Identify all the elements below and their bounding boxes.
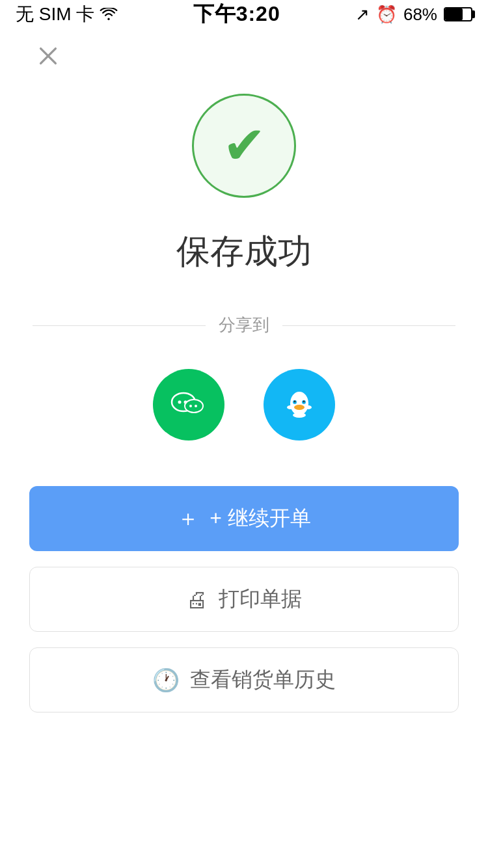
- share-label: 分享到: [206, 314, 282, 336]
- status-time: 下午3:20: [193, 0, 280, 29]
- wechat-share-button[interactable]: [153, 369, 224, 441]
- svg-point-17: [293, 413, 306, 418]
- battery-bar: [444, 7, 472, 21]
- history-button[interactable]: 🕐 查看销货单历史: [29, 647, 459, 712]
- close-button[interactable]: [29, 36, 68, 75]
- battery-fill: [445, 8, 463, 20]
- wifi-icon: [100, 8, 118, 21]
- svg-point-14: [294, 405, 305, 410]
- svg-point-8: [195, 405, 197, 407]
- no-sim-text: 无 SIM 卡: [16, 2, 94, 27]
- qq-share-button[interactable]: [264, 369, 335, 441]
- main-content: ✔ 保存成功 分享到: [0, 29, 488, 712]
- print-button[interactable]: 🖨 打印单据: [29, 567, 459, 632]
- alarm-icon: ⏰: [376, 5, 397, 25]
- svg-point-12: [294, 401, 296, 403]
- svg-point-13: [303, 401, 305, 403]
- success-circle: ✔: [192, 94, 296, 198]
- battery-text: 68%: [403, 5, 437, 25]
- success-title: 保存成功: [176, 229, 312, 275]
- print-icon: 🖨: [186, 587, 208, 612]
- qq-icon: [280, 385, 319, 424]
- share-icons: [153, 369, 335, 441]
- svg-point-9: [290, 392, 308, 415]
- svg-point-15: [287, 405, 293, 409]
- wechat-icon: [169, 385, 208, 424]
- action-buttons: ＋ + 继续开单 🖨 打印单据 🕐 查看销货单历史: [29, 486, 459, 712]
- share-section: 分享到: [0, 314, 488, 336]
- svg-point-16: [305, 405, 312, 409]
- status-bar: 无 SIM 卡 下午3:20 ↗ ⏰ 68%: [0, 0, 488, 29]
- location-icon: ↗: [355, 5, 370, 25]
- plus-icon: ＋: [177, 504, 199, 534]
- status-left: 无 SIM 卡: [16, 2, 118, 27]
- continue-label: + 继续开单: [210, 504, 311, 533]
- history-label: 查看销货单历史: [190, 666, 336, 694]
- continue-button[interactable]: ＋ + 继续开单: [29, 486, 459, 551]
- status-right: ↗ ⏰ 68%: [355, 5, 472, 25]
- check-icon: ✔: [223, 120, 266, 172]
- print-label: 打印单据: [219, 585, 302, 614]
- svg-point-4: [178, 401, 182, 404]
- svg-point-7: [189, 405, 192, 407]
- history-icon: 🕐: [152, 667, 180, 693]
